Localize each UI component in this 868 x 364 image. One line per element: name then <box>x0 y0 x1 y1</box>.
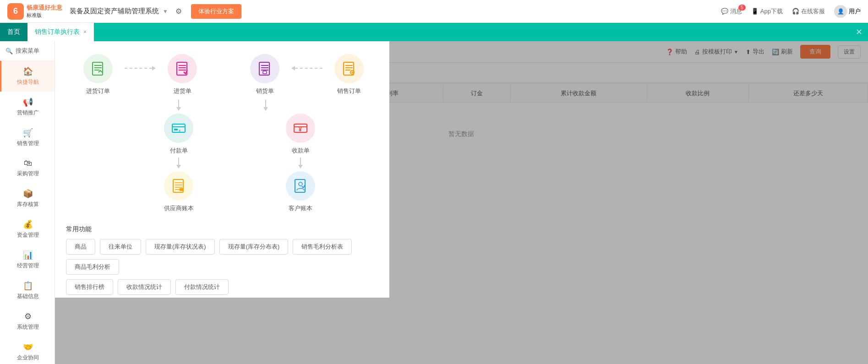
sales-bill-label: 销货单 <box>256 87 274 95</box>
flow-row-arrows-2 <box>66 157 378 169</box>
purchase-bill-node[interactable]: 进货单 <box>159 54 205 95</box>
tab-home-label: 首页 <box>7 28 20 36</box>
receipt-bill-icon: ¥ <box>293 120 308 136</box>
system-icon: ⚙ <box>24 311 32 321</box>
sidebar-item-enterprise[interactable]: 🤝 企业协同 <box>0 337 55 364</box>
arrow-sales-order-to-bill <box>291 66 322 71</box>
system-dropdown-icon[interactable]: ▼ <box>163 8 168 15</box>
sales-bill-node[interactable]: 销货单 <box>242 54 288 95</box>
sidebar-item-basic[interactable]: 📋 基础信息 <box>0 275 55 306</box>
sidebar-label-purchase: 采购管理 <box>17 170 39 178</box>
header-right: 💬 消息 5 📱 App下载 🎧 在线客服 👤 用户 <box>721 5 861 18</box>
sidebar-item-inventory[interactable]: 📦 库存核算 <box>0 183 55 214</box>
experience-btn[interactable]: 体验行业方案 <box>191 4 241 19</box>
logo-sub: 标准版 <box>27 12 62 19</box>
app-download-action[interactable]: 📱 App下载 <box>751 7 783 16</box>
sidebar-label-system: 系统管理 <box>17 323 39 331</box>
sidebar-label-finance: 资金管理 <box>17 231 39 239</box>
tab-home[interactable]: 首页 <box>0 23 27 41</box>
payment-bill-node[interactable]: ¥ 付款单 <box>156 114 202 155</box>
sidebar-label-marketing: 营销推广 <box>17 109 39 117</box>
customer-account-node[interactable]: 客户账本 <box>278 171 323 212</box>
func-btn-sales-ranking[interactable]: 销售排行榜 <box>66 279 113 295</box>
sidebar-label-sales: 销售管理 <box>17 140 39 147</box>
sales-icon: 🛒 <box>23 128 33 138</box>
payment-bill-circle: ¥ <box>164 114 193 143</box>
svg-rect-0 <box>93 62 103 75</box>
common-functions: 常用功能 商品 往来单位 现存量(库存状况表) 现存量(库存分布表) 销售毛利分… <box>66 225 378 295</box>
marketing-icon: 📢 <box>23 97 33 107</box>
arrow-purchase-order-to-bill <box>125 66 156 71</box>
home-icon: 🏠 <box>23 66 33 76</box>
message-action[interactable]: 💬 消息 5 <box>721 7 742 16</box>
window-close-icon[interactable]: ✕ <box>856 27 863 37</box>
supplier-account-circle <box>164 171 193 201</box>
arrow-down-sales-bill <box>263 100 268 111</box>
func-btn-stock-dist[interactable]: 现存量(库存分布表) <box>219 239 289 255</box>
sales-order-icon <box>341 61 357 76</box>
tab-sales-order-execution[interactable]: 销售订单执行表 × <box>27 23 94 41</box>
search-menu[interactable]: 🔍 搜索菜单 <box>0 41 55 61</box>
purchase-bill-label: 进货单 <box>174 87 191 95</box>
func-btn-payment-stats[interactable]: 付款情况统计 <box>175 279 229 295</box>
flow-diagram: 进货订单 <box>66 50 378 214</box>
phone-icon: 📱 <box>751 8 759 15</box>
sidebar-item-purchase[interactable]: 🛍 采购管理 <box>0 153 55 183</box>
sidebar-item-sales[interactable]: 🛒 销售管理 <box>0 122 55 153</box>
system-title: 装备及固定资产辅助管理系统 <box>70 7 159 16</box>
logo-area: 6 畅康通好生意 标准版 <box>7 3 62 20</box>
sales-order-node[interactable]: 销售订单 <box>326 54 372 95</box>
message-icon: 💬 <box>721 8 728 15</box>
sidebar-label-operations: 经营管理 <box>17 262 39 270</box>
tab-close-icon[interactable]: × <box>83 29 87 35</box>
settings-icon[interactable]: ⚙ <box>175 7 182 16</box>
sidebar-item-finance[interactable]: 💰 资金管理 <box>0 214 55 244</box>
purchase-order-label: 进货订单 <box>86 87 110 95</box>
top-header: 6 畅康通好生意 标准版 装备及固定资产辅助管理系统 ▼ ⚙ 体验行业方案 💬 … <box>0 0 868 23</box>
sidebar-label-enterprise: 企业协同 <box>17 354 39 362</box>
user-avatar: 👤 <box>834 5 847 18</box>
sidebar-item-marketing[interactable]: 📢 营销推广 <box>0 92 55 122</box>
sales-bill-circle <box>250 54 279 83</box>
service-label: 在线客服 <box>801 7 825 16</box>
modal-overlay[interactable]: 进货订单 <box>55 41 868 364</box>
receipt-bill-node[interactable]: ¥ 收款单 <box>278 114 323 155</box>
sidebar-item-system[interactable]: ⚙ 系统管理 <box>0 306 55 337</box>
enterprise-icon: 🤝 <box>23 342 33 352</box>
quick-guide-modal: 进货订单 <box>55 41 389 298</box>
finance-icon: 💰 <box>23 219 33 229</box>
func-btn-sales-gross-analysis[interactable]: 销售毛利分析表 <box>293 239 352 255</box>
logo-icon: 6 <box>7 3 24 20</box>
sidebar-label-quick-nav: 快捷导航 <box>17 78 39 86</box>
sidebar-item-operations[interactable]: 📊 经营管理 <box>0 244 55 275</box>
customer-account-icon <box>293 178 308 194</box>
svg-rect-32 <box>180 188 183 191</box>
purchase-bill-col: 进货单 <box>159 54 205 95</box>
payment-bill-label: 付款单 <box>170 147 188 155</box>
flow-row-arrows <box>66 99 378 112</box>
main-layout: 🔍 搜索菜单 🏠 快捷导航 📢 营销推广 🛒 销售管理 🛍 采购管理 📦 库存核… <box>0 41 868 364</box>
func-btn-goods-gross-analysis[interactable]: 商品毛利分析 <box>66 259 119 275</box>
func-btn-goods[interactable]: 商品 <box>66 239 95 255</box>
user-label: 用户 <box>849 7 861 16</box>
user-area[interactable]: 👤 用户 <box>834 5 861 18</box>
supplier-account-icon <box>171 178 186 194</box>
service-action[interactable]: 🎧 在线客服 <box>792 7 825 16</box>
sidebar-item-quick-nav[interactable]: 🏠 快捷导航 <box>0 61 55 92</box>
svg-text:¥: ¥ <box>178 129 181 133</box>
func-buttons-row-2: 销售排行榜 收款情况统计 付款情况统计 <box>66 279 378 295</box>
logo-main: 畅康通好生意 <box>27 4 62 12</box>
svg-rect-22 <box>174 129 178 130</box>
sales-bill-col: 销货单 <box>242 54 288 95</box>
system-title-area: 装备及固定资产辅助管理系统 ▼ ⚙ 体验行业方案 <box>62 4 721 19</box>
func-btn-contacts[interactable]: 往来单位 <box>100 239 141 255</box>
payment-bill-icon: ¥ <box>171 120 186 136</box>
func-btn-stock-status[interactable]: 现存量(库存状况表) <box>146 239 215 255</box>
sidebar-label-basic: 基础信息 <box>17 293 39 300</box>
purchase-bill-icon <box>175 61 190 76</box>
common-functions-title: 常用功能 <box>66 225 378 234</box>
purchase-order-node[interactable]: 进货订单 <box>75 54 121 95</box>
sales-order-col: 销售订单 <box>326 54 372 95</box>
func-btn-receipt-stats[interactable]: 收款情况统计 <box>118 279 171 295</box>
supplier-account-node[interactable]: 供应商账本 <box>156 171 202 212</box>
